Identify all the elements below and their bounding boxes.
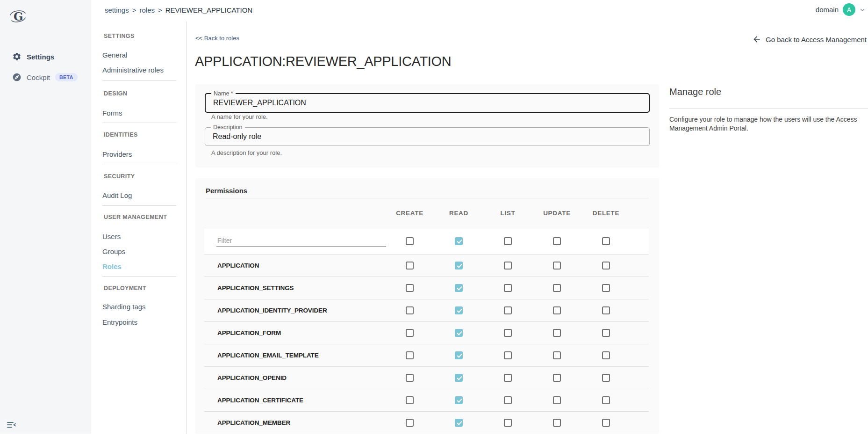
manage-role-panel: Manage role Configure your role to manag… [669, 87, 868, 133]
name-input[interactable] [212, 98, 642, 108]
update-all-checkbox[interactable] [553, 237, 561, 245]
delete-checkbox[interactable] [602, 284, 610, 292]
back-to-roles-link[interactable]: << Back to roles [195, 35, 239, 42]
nav-item-administrative-roles[interactable]: Administrative roles [102, 66, 164, 74]
create-checkbox[interactable] [406, 419, 414, 427]
chevron-down-icon[interactable] [860, 7, 865, 13]
create-checkbox[interactable] [406, 351, 414, 359]
read-checkbox[interactable] [455, 262, 463, 269]
avatar[interactable]: A [843, 3, 855, 16]
beta-badge: BETA [55, 73, 78, 81]
list-all-checkbox[interactable] [504, 237, 512, 245]
nav-item-general[interactable]: General [102, 51, 127, 59]
sidebar-item-settings[interactable]: Settings [12, 52, 54, 61]
permission-row: APPLICATION_SETTINGS [204, 277, 649, 299]
nav-section-security: SECURITY [104, 173, 135, 180]
column-delete: DELETE [581, 210, 631, 217]
update-checkbox[interactable] [553, 351, 561, 359]
nav-item-audit-log[interactable]: Audit Log [102, 191, 132, 199]
delete-checkbox[interactable] [602, 351, 610, 359]
create-checkbox[interactable] [406, 396, 414, 404]
list-checkbox[interactable] [504, 351, 512, 359]
nav-divider [102, 164, 176, 164]
permission-name: APPLICATION_FORM [204, 329, 385, 336]
permission-row: APPLICATION_MEMBER [204, 411, 649, 434]
nav-item-roles[interactable]: Roles [102, 262, 122, 270]
delete-checkbox[interactable] [602, 329, 610, 337]
app-sidebar: G Settings Cockpit BETA [0, 0, 91, 434]
permission-row: APPLICATION_IDENTITY_PROVIDER [204, 299, 649, 321]
read-checkbox[interactable] [455, 329, 463, 337]
permissions-title: Permissions [206, 187, 247, 195]
list-checkbox[interactable] [504, 396, 512, 404]
nav-item-forms[interactable]: Forms [102, 109, 122, 117]
column-read: READ [434, 210, 483, 217]
list-checkbox[interactable] [504, 306, 512, 314]
nav-item-entrypoints[interactable]: Entrypoints [102, 318, 137, 326]
breadcrumb-current: REVIEWER_APPLICATION [165, 6, 252, 14]
permission-row: APPLICATION_OPENID [204, 366, 649, 389]
name-field: Name * [205, 93, 650, 113]
update-checkbox[interactable] [553, 262, 561, 269]
update-checkbox[interactable] [553, 419, 561, 427]
list-checkbox[interactable] [504, 419, 512, 427]
nav-item-providers[interactable]: Providers [102, 150, 132, 158]
gravitee-logo-icon[interactable]: G [8, 7, 27, 26]
read-checkbox[interactable] [455, 419, 463, 427]
nav-section-settings: SETTINGS [104, 33, 135, 39]
create-checkbox[interactable] [406, 374, 414, 382]
delete-checkbox[interactable] [602, 419, 610, 427]
list-checkbox[interactable] [504, 329, 512, 337]
description-input[interactable] [212, 132, 642, 141]
permission-name: APPLICATION_MEMBER [204, 419, 385, 426]
go-back-label: Go back to Access Management [766, 36, 867, 44]
delete-all-checkbox[interactable] [602, 237, 610, 245]
manage-role-description: Configure your role to manage how the us… [669, 115, 866, 133]
delete-checkbox[interactable] [602, 262, 610, 269]
read-checkbox[interactable] [455, 351, 463, 359]
permission-row: APPLICATION_CERTIFICATE [204, 389, 649, 411]
create-all-checkbox[interactable] [406, 237, 414, 245]
update-checkbox[interactable] [553, 329, 561, 337]
topbar-user-area: domain A [816, 3, 865, 16]
create-checkbox[interactable] [406, 284, 414, 292]
read-checkbox[interactable] [455, 306, 463, 314]
read-checkbox[interactable] [455, 396, 463, 404]
list-checkbox[interactable] [504, 374, 512, 382]
permissions-rows: APPLICATION APPLICATION_SETTINGS APPLICA… [204, 254, 649, 434]
column-create: CREATE [385, 210, 434, 217]
nav-section-design: DESIGN [104, 90, 127, 97]
nav-divider [102, 205, 176, 206]
read-all-checkbox[interactable] [455, 237, 463, 245]
read-checkbox[interactable] [455, 374, 463, 382]
update-checkbox[interactable] [553, 374, 561, 382]
list-checkbox[interactable] [504, 262, 512, 269]
permissions-header-row: CREATE READ LIST UPDATE DELETE [204, 198, 649, 228]
read-checkbox[interactable] [455, 284, 463, 292]
sidebar-item-cockpit[interactable]: Cockpit BETA [12, 73, 78, 82]
menu-collapse-icon[interactable] [6, 419, 17, 430]
filter-input[interactable] [216, 236, 386, 247]
breadcrumb-settings[interactable]: settings [105, 6, 129, 14]
update-checkbox[interactable] [553, 306, 561, 314]
permissions-card: Permissions CREATE READ LIST UPDATE DELE… [195, 178, 659, 434]
page-title: APPLICATION:REVIEWER_APPLICATION [195, 54, 452, 69]
update-checkbox[interactable] [553, 284, 561, 292]
create-checkbox[interactable] [406, 329, 414, 337]
description-hint: A description for your role. [211, 149, 282, 156]
create-checkbox[interactable] [406, 262, 414, 269]
nav-item-groups[interactable]: Groups [102, 248, 125, 255]
breadcrumb-roles[interactable]: roles [139, 6, 155, 14]
delete-checkbox[interactable] [602, 396, 610, 404]
go-back-to-access-management-link[interactable]: Go back to Access Management [752, 35, 867, 44]
nav-item-sharding-tags[interactable]: Sharding tags [102, 303, 146, 311]
list-checkbox[interactable] [504, 284, 512, 292]
update-checkbox[interactable] [553, 396, 561, 404]
permission-name: APPLICATION_IDENTITY_PROVIDER [204, 307, 385, 314]
column-list: LIST [483, 210, 532, 217]
domain-selector[interactable]: domain [816, 6, 839, 14]
delete-checkbox[interactable] [602, 306, 610, 314]
delete-checkbox[interactable] [602, 374, 610, 382]
nav-item-users[interactable]: Users [102, 233, 121, 240]
create-checkbox[interactable] [406, 306, 414, 314]
